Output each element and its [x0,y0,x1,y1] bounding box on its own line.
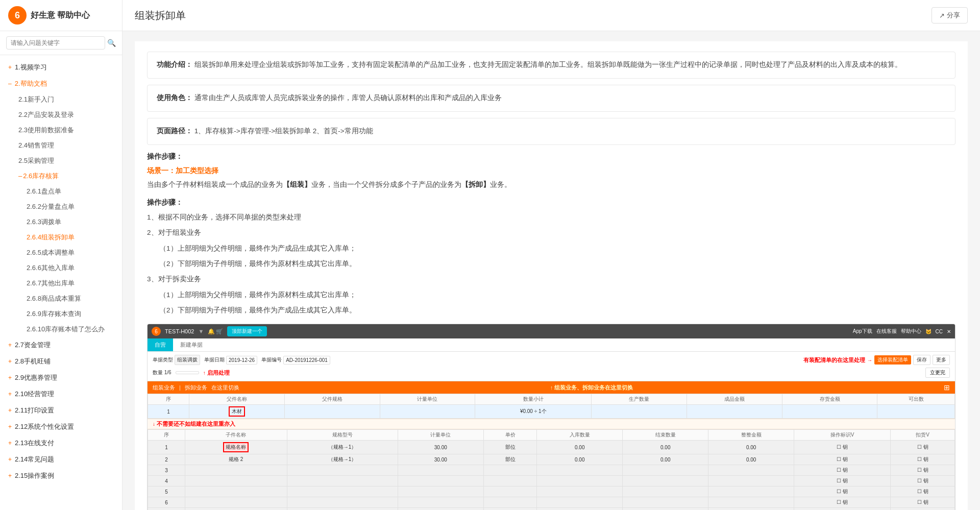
share-button[interactable]: ↗ 分享 [932,7,968,23]
mock-new-btn[interactable]: 顶部新建一个 [227,326,267,336]
search-button[interactable]: 🔍 [107,39,116,47]
mock-top-table: 序 父件名称 父件规格 计量单位 数量小计 生产数量 成品金额 存货金额 可出数 [148,394,955,419]
sidebar-item-2-13[interactable]: +2.13在线支付 [0,435,122,451]
mock-cell: （规格→1） [287,441,398,454]
mock-col-in-qty: 入库数量 [537,430,623,441]
mock-bottom-table: 序 子件名称 规格型号 计量单位 单价 入库数量 结束数量 整整金额 操作标识V [148,429,955,510]
sidebar-item-2-6-9[interactable]: 2.6.9库存账本查询 [0,306,122,322]
sidebar-item-2-6-1[interactable]: 2.6.1盘点单 [0,184,122,199]
mock-cell [398,487,483,497]
mock-annotation1-area: 有装配清单的在这里处理 → 选择装配清单 保存 更多 [803,355,950,365]
sidebar-item-2-14[interactable]: +2.14常见问题 [0,451,122,468]
mock-cell [592,405,687,419]
step3-sub: （1）上部明细为父件明细，最终作为原材料生成其它出库单； （2）下部明细为子件明… [147,289,955,317]
sidebar-item-2-6-3[interactable]: 2.6.3调拨单 [0,214,122,230]
op-steps-title: 操作步骤： [147,198,955,207]
mock-cell: ☐ 钥 [891,465,955,476]
sidebar-item-video[interactable]: + 1.视频学习 [0,59,122,76]
mock-bottom-row-1: 1 规格名称 （规格→1） 30.00 部位 0.00 0.00 0 [148,441,955,454]
search-input[interactable] [6,36,105,50]
mock-cell [380,405,475,419]
sidebar-item-2-1[interactable]: 2.1新手入门 [0,92,122,107]
mock-annotation3-area: ↑ 启用处理 [203,369,230,377]
sidebar-item-2-9[interactable]: +2.9优惠券管理 [0,370,122,386]
mock-cell [708,465,794,476]
step2-sub: （1）上部明细为父件明细，最终作为产成品生成其它入库单； （2）下部明细为子件明… [147,242,955,271]
mock-annotation5-text: 不需要还不如组建在这里重亦入 [157,421,235,427]
sidebar-item-2-6-10[interactable]: 2.6.10库存账本错了怎么办 [0,322,122,337]
mock-cell [623,508,708,510]
mock-more-btn[interactable]: 更多 [933,355,950,365]
mock-cell: 1 [148,441,185,454]
search-box[interactable]: 🔍 [0,31,122,55]
plus-icon: + [8,391,12,398]
sidebar-item-2-10[interactable]: +2.10经营管理 [0,386,122,402]
mock-search-input [176,371,199,374]
mock-arrow-down5: ↓ [153,421,155,427]
sidebar-item-2-11[interactable]: +2.11打印设置 [0,402,122,419]
mock-col-sub-spec: 规格型号 [287,430,398,441]
mock-cell [537,508,623,510]
mock-type-label: 单据类型 [153,356,173,363]
mock-annotation5-area: ↓ 不需要还不如组建在这里重亦入 [148,419,955,429]
share-label: 分享 [947,11,960,20]
plus-icon: + [8,472,12,479]
sidebar-item-2-6-8[interactable]: 2.6.8商品成本重算 [0,291,122,306]
mock-tab-new[interactable]: 新建单据 [173,338,210,351]
mock-bottom-row-5: 5 ☐ 钥 ☐ 钥 [148,487,955,497]
step3-2: （2）下部明细为子件明细，最终作为产成品生成其它入库单。 [159,304,955,317]
path-text: 1、库存核算->库存管理->组装拆卸单 2、首页->常用功能 [194,127,373,135]
sidebar-item-2-6-5[interactable]: 2.6.5成本调整单 [0,245,122,260]
mock-cell [287,476,398,487]
plus-icon: + [8,423,12,430]
mock-col-unit: 计量单位 [380,394,475,405]
mock-cell [398,476,483,487]
sidebar-item-2-6[interactable]: –2.6库存核算 [0,168,122,184]
mock-cell: ☐ 钥 [794,487,891,497]
mock-bottom-table-header: 序 子件名称 规格型号 计量单位 单价 入库数量 结束数量 整整金额 操作标识V [148,430,955,441]
mock-qty-label: 数量 1/6 [153,369,172,376]
sidebar-item-docs[interactable]: – 2.帮助文档 [0,76,122,92]
screenshot-container: 6 TEST-H002 ▼ 🔔 🛒 顶部新建一个 App下载 在线客服 [147,324,955,510]
sidebar-item-2-4[interactable]: 2.4销售管理 [0,138,122,153]
mock-form-area: 单据类型 组装调拨 单据日期 2019-12-26 单据编号 AD-201912… [148,352,955,381]
role-block: 使用角色： 通常由生产人员或库管人员完成拆装业务的操作，库管人员确认原材料的出库… [147,85,955,112]
mock-arrow-up3: ↑ [203,370,206,376]
main-header: 组装拆卸单 ↗ 分享 [122,0,980,31]
sidebar-item-2-3[interactable]: 2.3使用前数据准备 [0,123,122,138]
mock-col-parent-spec: 父件规格 [284,394,380,405]
sidebar-item-2-2[interactable]: 2.2产品安装及登录 [0,107,122,123]
mock-cell: 4 [148,476,185,487]
mock-assembly-btn[interactable]: 选择装配清单 [874,355,911,365]
plus-icon: + [8,440,12,447]
sidebar-item-2-7[interactable]: +2.7资金管理 [0,337,122,353]
plus-icon: + [8,64,12,71]
mock-bottom-row-7: 7 ☐ 钥 ☐ 钥 [148,508,955,510]
sidebar-item-2-12[interactable]: +2.12系统个性化设置 [0,419,122,435]
sidebar-item-2-6-6[interactable]: 2.6.6其他入库单 [0,260,122,276]
mock-cell: ☐ 钥 [891,497,955,508]
mock-cell: 规格名称 [185,441,287,454]
mock-annotation1-text: 有装配清单的在这里处理 [803,356,865,364]
mock-cell [708,476,794,487]
mock-cell: ☐ 钥 [891,441,955,454]
sidebar-item-2-6-2[interactable]: 2.6.2分量盘点单 [0,199,122,214]
mock-confirm-btn[interactable]: 立更完 [925,368,950,378]
sidebar-item-label: 1.视频学习 [15,63,47,72]
sidebar-item-2-15[interactable]: +2.15操作案例 [0,468,122,484]
mock-cell: 部位 [483,454,537,465]
sidebar-item-2-8[interactable]: +2.8手机旺铺 [0,353,122,370]
mock-cell [537,497,623,508]
sidebar-item-2-5[interactable]: 2.5采购管理 [0,153,122,168]
mock-save-btn[interactable]: 保存 [913,355,930,365]
mock-sub-name-highlight: 规格名称 [223,442,249,452]
sidebar-item-2-6-7[interactable]: 2.6.7其他出库单 [0,276,122,291]
plus-icon: + [8,407,12,414]
sidebar-item-2-6-4[interactable]: 2.6.4组装拆卸单 [0,230,122,245]
mock-tab-ziying[interactable]: 自营 [148,338,173,351]
mock-cell: 规格 2 [185,454,287,465]
mock-cell: ☐ 钥 [794,465,891,476]
mock-cell [287,497,398,508]
mock-cell [623,497,708,508]
mock-cell [537,465,623,476]
